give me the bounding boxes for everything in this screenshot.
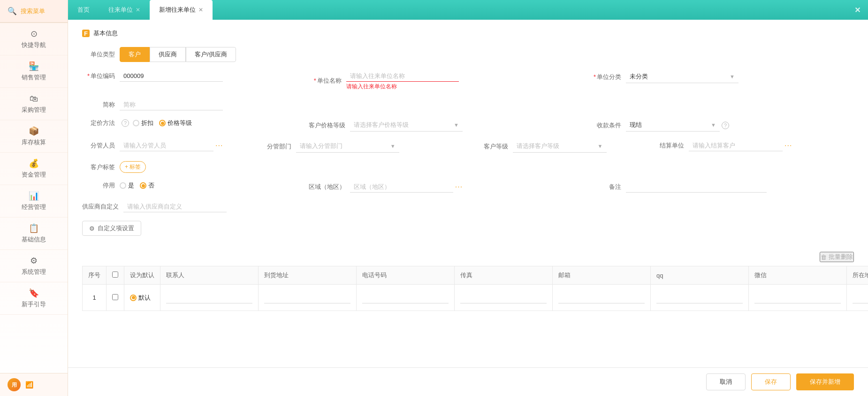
payment-condition-value: 现结 bbox=[630, 121, 709, 129]
sidebar-item-guide[interactable]: 🔖 新手引导 bbox=[0, 282, 68, 315]
select-all-checkbox[interactable] bbox=[112, 272, 118, 278]
customer-level-select[interactable]: 请选择客户等级 ▼ bbox=[513, 140, 607, 153]
sidebar-item-nav[interactable]: ⊙ 快捷导航 bbox=[0, 23, 68, 55]
sidebar-item-system[interactable]: ⚙ 系统管理 bbox=[0, 250, 68, 282]
remark-input[interactable] bbox=[626, 181, 767, 193]
tab-new-partner-close[interactable]: ✕ bbox=[198, 7, 203, 13]
sidebar-search-label: 搜索菜单 bbox=[21, 7, 45, 16]
add-tag-button[interactable]: + 标签 bbox=[120, 161, 146, 173]
customer-price-level-select[interactable]: 请选择客户价格等级 ▼ bbox=[350, 119, 463, 132]
sidebar-item-basic[interactable]: 📋 基础信息 bbox=[0, 217, 68, 250]
dept-label: 分管部门 bbox=[259, 142, 296, 151]
pricing-label: 定价方法 bbox=[82, 119, 120, 127]
address-input[interactable] bbox=[264, 292, 350, 303]
unit-name-error: 请输入往来单位名称 bbox=[346, 83, 574, 91]
abbr-row: 简称 bbox=[82, 99, 854, 110]
pricing-radio-level[interactable]: 价格等级 bbox=[159, 119, 192, 127]
tab-partners[interactable]: 往来单位 ✕ bbox=[99, 0, 150, 20]
settlement-more-button[interactable]: ··· bbox=[783, 141, 794, 150]
manager-more-button[interactable]: ··· bbox=[213, 141, 225, 150]
region-field: 区域（地区） ··· bbox=[309, 181, 574, 193]
customer-price-level-placeholder: 请选择客户价格等级 bbox=[354, 121, 452, 129]
avatar: 用 bbox=[8, 378, 21, 391]
customer-level-field: 客户等级 请选择客户等级 ▼ bbox=[475, 140, 638, 153]
cell-phone bbox=[357, 285, 455, 311]
row-checkbox[interactable] bbox=[112, 294, 118, 300]
pricing-radio-discount[interactable]: 折扣 bbox=[133, 119, 153, 127]
sidebar-item-sales[interactable]: 🏪 销售管理 bbox=[0, 55, 68, 88]
col-phone: 电话号码 bbox=[357, 266, 455, 285]
wechat-input[interactable] bbox=[754, 292, 841, 303]
disable-radio-yes[interactable]: 是 bbox=[120, 181, 134, 190]
region-input[interactable] bbox=[350, 181, 453, 193]
unit-category-select[interactable]: 未分类 ▼ bbox=[626, 70, 739, 83]
tab-new-partner[interactable]: 新增往来单位 ✕ bbox=[150, 0, 213, 20]
custom-settings-button[interactable]: ⚙ 自定义项设置 bbox=[82, 221, 141, 236]
pricing-row: 定价方法 ? 折扣 价格等级 客户价格等级 bbox=[82, 119, 854, 132]
system-icon: ⚙ bbox=[29, 256, 39, 266]
pricing-discount-circle bbox=[133, 120, 139, 126]
sidebar-item-inventory[interactable]: 📦 库存核算 bbox=[0, 120, 68, 153]
unit-name-field: 单位名称 请输入往来单位名称 bbox=[309, 70, 574, 91]
manager-input[interactable] bbox=[120, 140, 213, 151]
type-btn-both[interactable]: 客户/供应商 bbox=[186, 47, 236, 62]
tab-partners-close[interactable]: ✕ bbox=[136, 7, 140, 13]
global-close-button[interactable]: ✕ bbox=[854, 6, 860, 15]
type-btn-supplier[interactable]: 供应商 bbox=[150, 47, 186, 62]
sidebar-item-operations[interactable]: 📊 经营管理 bbox=[0, 185, 68, 217]
default-radio-item[interactable]: 默认 bbox=[130, 294, 154, 302]
col-check bbox=[107, 266, 124, 285]
sidebar-item-finance[interactable]: 💰 资金管理 bbox=[0, 153, 68, 185]
pricing-level-circle bbox=[159, 120, 166, 126]
batch-delete-icon: 🗑 bbox=[821, 254, 827, 261]
settlement-unit-input[interactable] bbox=[689, 140, 783, 151]
customer-price-level-label: 客户价格等级 bbox=[309, 121, 350, 130]
email-input[interactable] bbox=[558, 292, 645, 303]
payment-condition-field: 收款条件 现结 ▼ ? bbox=[588, 119, 854, 132]
col-qq: qq bbox=[651, 266, 749, 285]
table-header-row: 序号 设为默认 联系人 到货地址 电话号码 传真 邮箱 qq 微信 所在地区 操… bbox=[83, 266, 868, 285]
payment-chevron-icon: ▼ bbox=[711, 122, 716, 128]
abbr-input[interactable] bbox=[120, 99, 223, 110]
type-btn-customer[interactable]: 客户 bbox=[120, 47, 150, 62]
contact-input[interactable] bbox=[166, 292, 252, 303]
save-and-add-button[interactable]: 保存并新增 bbox=[796, 373, 854, 390]
cancel-button[interactable]: 取消 bbox=[706, 373, 746, 390]
sidebar-item-purchase[interactable]: 🛍 采购管理 bbox=[0, 88, 68, 120]
manager-row: 分管人员 ··· 分管部门 请输入分管部门 ▼ 客户等级 请选择客户等级 bbox=[82, 140, 854, 153]
search-icon: 🔍 bbox=[8, 7, 17, 16]
sales-icon: 🏪 bbox=[29, 61, 39, 71]
dept-select[interactable]: 请输入分管部门 ▼ bbox=[296, 140, 399, 153]
cell-region bbox=[847, 285, 868, 311]
save-button[interactable]: 保存 bbox=[751, 373, 791, 390]
category-chevron-icon: ▼ bbox=[730, 74, 735, 79]
tab-home[interactable]: 首页 bbox=[68, 0, 99, 20]
fax-input[interactable] bbox=[460, 292, 547, 303]
supplier-custom-input[interactable] bbox=[123, 201, 227, 212]
row-region-input[interactable] bbox=[853, 292, 868, 303]
cell-default: 默认 bbox=[124, 285, 160, 311]
basic-icon: 📋 bbox=[29, 223, 39, 233]
unit-code-input[interactable] bbox=[120, 70, 223, 82]
qq-input[interactable] bbox=[656, 292, 743, 303]
unit-code-field: 单位编码 bbox=[82, 70, 295, 82]
region-more-button[interactable]: ··· bbox=[453, 183, 464, 191]
code-name-category-row: 单位编码 单位名称 请输入往来单位名称 单位分类 未分类 ▼ bbox=[82, 70, 854, 91]
payment-condition-select[interactable]: 现结 ▼ bbox=[626, 119, 720, 132]
pricing-help-icon[interactable]: ? bbox=[122, 119, 129, 127]
batch-delete-button[interactable]: 🗑 批量删除 bbox=[820, 252, 854, 262]
col-default: 设为默认 bbox=[124, 266, 160, 285]
cell-fax bbox=[455, 285, 553, 311]
phone-input[interactable] bbox=[362, 292, 449, 303]
tab-bar: 首页 往来单位 ✕ 新增往来单位 ✕ ✕ bbox=[68, 0, 868, 20]
sidebar-search[interactable]: 🔍 搜索菜单 bbox=[0, 0, 68, 23]
unit-name-label: 单位名称 bbox=[309, 77, 346, 85]
unit-name-input[interactable] bbox=[346, 70, 459, 82]
disable-radio-no[interactable]: 否 bbox=[140, 181, 154, 190]
form-content: F 基本信息 单位类型 客户 供应商 客户/供应商 单位编 bbox=[68, 20, 868, 367]
purchase-icon: 🛍 bbox=[29, 93, 39, 104]
unit-category-label: 单位分类 bbox=[588, 73, 626, 81]
col-contact: 联系人 bbox=[160, 266, 259, 285]
payment-help-icon[interactable]: ? bbox=[722, 122, 729, 129]
col-email: 邮箱 bbox=[553, 266, 651, 285]
